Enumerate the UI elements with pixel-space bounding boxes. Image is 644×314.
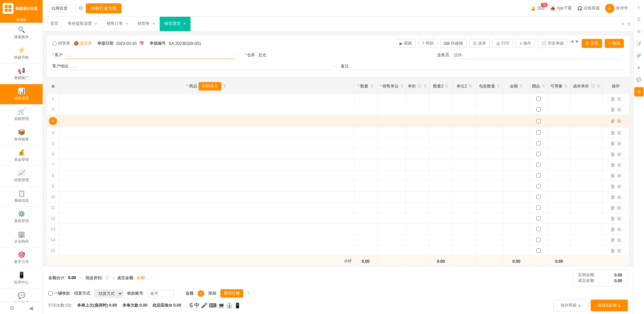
amount-cell-2[interactable] (503, 104, 530, 115)
radio-sales[interactable]: 销货单 (52, 41, 70, 46)
radio-sales-input[interactable] (52, 41, 57, 46)
delete-row-11-icon[interactable]: 🗑 (610, 205, 615, 210)
available-cell-2[interactable] (547, 104, 571, 115)
sidebar-item-inventory[interactable]: 📦 库存核算 (0, 125, 43, 145)
tab-sales[interactable]: 销货单 ✕ (133, 17, 160, 31)
price-cell-1[interactable] (406, 93, 429, 104)
unit2-cell-2[interactable] (452, 104, 476, 115)
history-btn[interactable]: 🕐 历史单据 (538, 39, 568, 48)
gift-check-5[interactable] (536, 141, 541, 145)
copy-row-5-icon[interactable]: ⊞ (617, 141, 621, 146)
cost-cell-3[interactable] (571, 115, 602, 127)
sidebar-item-search[interactable]: 🔍 搜索菜单 (0, 23, 43, 43)
add-payment-btn[interactable]: + (198, 290, 204, 297)
salesperson-input[interactable] (451, 51, 619, 59)
qty2-cell-3[interactable] (429, 115, 452, 127)
warehouse-more-icon[interactable]: ··· (270, 53, 273, 58)
delete-row-4-icon[interactable]: 🗑 (610, 130, 615, 135)
delete-row-9-icon[interactable]: 🗑 (610, 184, 615, 189)
imei-icon-7[interactable]: 📱 (234, 302, 241, 309)
delete-row-3-icon[interactable]: 🗑 (610, 118, 615, 124)
sidebar-item-basic[interactable]: 📋 基础信息 (0, 186, 43, 207)
experience-btn[interactable]: 体验行业方案 (86, 3, 121, 13)
address-more-icon[interactable]: ··· (332, 64, 335, 69)
product-sort-icon[interactable]: ⇅ (223, 84, 226, 88)
address-input[interactable] (70, 62, 330, 70)
sidebar-item-finance[interactable]: 💰 资金管理 (0, 145, 43, 166)
delete-row-14-icon[interactable]: 🗑 (610, 237, 615, 243)
add-row-btn[interactable]: + (49, 117, 57, 125)
gift-check-12[interactable] (536, 216, 541, 221)
gift-check-14[interactable] (536, 238, 541, 242)
sidebar-item-system[interactable]: ⚙️ 系统管理 (0, 207, 43, 227)
unit2-cell-1[interactable] (452, 93, 476, 104)
price-cell-3[interactable] (406, 115, 429, 127)
copy-row-10-icon[interactable]: ⊞ (617, 194, 621, 200)
delete-row-12-icon[interactable]: 🗑 (610, 216, 615, 221)
cost-cell-2[interactable] (571, 104, 602, 115)
delete-row-13-icon[interactable]: 🗑 (610, 227, 615, 232)
copy-row-13-icon[interactable]: ⊞ (617, 227, 621, 232)
imei-icon-3[interactable]: 🎤 (201, 302, 208, 309)
sidebar-item-sales[interactable]: 📊 销售管理 (0, 84, 43, 105)
sidebar-item-apps[interactable]: 📱 应用中心 (0, 268, 43, 289)
copy-row-15-icon[interactable]: ⊞ (617, 248, 621, 253)
copy-row-2-icon[interactable]: ⊞ (617, 107, 621, 112)
price-info-icon[interactable]: ⓘ (418, 84, 422, 88)
save-new-btn[interactable]: 保存&新增 ∧ (591, 300, 628, 311)
sidebar-item-operations[interactable]: 📈 经营管理 (0, 166, 43, 186)
price-cell-2[interactable] (406, 104, 429, 115)
copy-row-12-icon[interactable]: ⊞ (617, 216, 621, 221)
gift-check-8[interactable] (536, 173, 541, 178)
amount-cell-1[interactable] (503, 93, 530, 104)
cost-cell-1[interactable] (571, 93, 602, 104)
gift-check-6[interactable] (536, 152, 541, 156)
product-cell-2[interactable] (59, 104, 354, 115)
available-cell-3[interactable] (547, 115, 571, 127)
pkg-cell-2[interactable] (476, 104, 503, 115)
sidebar-item-enterprise[interactable]: 🏢 企业协同 (0, 227, 43, 248)
industry-select[interactable]: 日用百货 (48, 4, 76, 12)
unit2-cell-3[interactable] (452, 115, 476, 127)
sidebar-item-shortcut[interactable]: ⚡ 快捷导航 (0, 43, 43, 64)
tab-sales-close-icon[interactable]: ✕ (152, 22, 155, 25)
qty-sort-icon[interactable]: ⇅ (370, 84, 374, 88)
imei-icon-5[interactable]: 💻 (218, 302, 225, 309)
message-btn[interactable]: 🔔 70 消息 (531, 5, 545, 11)
imei-icon-6[interactable]: 👔 (226, 302, 233, 309)
right-panel-btn-5[interactable]: 🔗 (634, 51, 644, 60)
cost-info-icon[interactable]: ⓘ (591, 84, 595, 88)
qty2-cell-2[interactable] (429, 104, 452, 115)
expand-tab-icon[interactable]: ⊡ (627, 22, 631, 26)
one-click-checkbox[interactable] (48, 291, 53, 296)
sidebar-item-guide[interactable]: 🎯 新手引导 (0, 248, 43, 268)
topbar-gear-icon[interactable]: ⚙ (78, 5, 83, 11)
tab-home[interactable]: 首页 (46, 17, 63, 31)
right-panel-btn-1[interactable]: ≡ (634, 3, 644, 12)
copy-row-7-icon[interactable]: ⊞ (617, 162, 621, 168)
delete-row-1-icon[interactable]: 🗑 (610, 96, 615, 102)
scan-btn[interactable]: 扫码录入 (199, 82, 221, 90)
sidebar-item-marketing[interactable]: 📢 营销推广 (0, 64, 43, 84)
unit-cell-1[interactable] (377, 93, 406, 104)
delete-row-8-icon[interactable]: 🗑 (610, 173, 615, 178)
delete-row-15-icon[interactable]: 🗑 (610, 248, 615, 253)
copy-row-6-icon[interactable]: ⊞ (617, 151, 621, 157)
prev-icon[interactable]: ◀ (570, 39, 573, 48)
sidebar-item-purchase[interactable]: 🛒 采购管理 (0, 105, 43, 125)
app-download-btn[interactable]: 📥 App下载 (550, 5, 572, 11)
help-btn[interactable]: ? 帮助 (418, 39, 437, 48)
amount-cell-3[interactable] (503, 115, 530, 127)
copy-row-3-icon[interactable]: ⊞ (617, 118, 621, 124)
copy-row-9-icon[interactable]: ⊞ (617, 184, 621, 189)
save-draft-btn[interactable]: 保存草稿 ∧ (553, 300, 588, 311)
gift-check-3[interactable] (536, 119, 541, 123)
close-tab-icon[interactable]: ✕ (621, 22, 625, 26)
copy-row-14-icon[interactable]: ⊞ (617, 237, 621, 243)
customer-input[interactable] (65, 51, 234, 59)
tab-sales-return-close-icon[interactable]: ✕ (183, 22, 186, 25)
pkg-sort-icon[interactable]: ⇅ (497, 84, 500, 88)
one-click-payment-check[interactable]: 一键收款 (48, 291, 70, 296)
unit-sort-icon[interactable]: ⇅ (400, 84, 404, 88)
operate-btn[interactable]: ≡ 操作 (516, 39, 535, 48)
